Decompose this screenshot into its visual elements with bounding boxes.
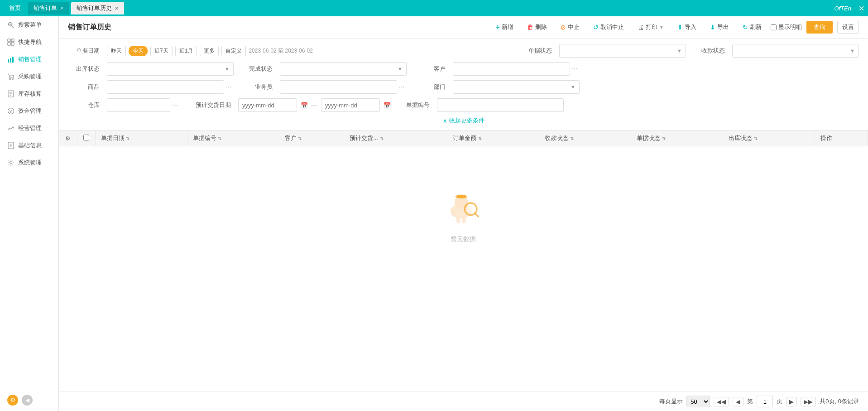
salesman-dots-btn[interactable]: ··· xyxy=(397,83,407,91)
sidebar-item-search-menu[interactable]: 搜索菜单 xyxy=(0,16,58,34)
sort-collection-status-icon[interactable]: ⇅ xyxy=(570,136,574,141)
operations-mgmt-icon xyxy=(7,125,14,132)
tab-sales-order-history-close[interactable]: ✕ xyxy=(115,5,119,11)
tab-sales-order[interactable]: 销售订单 ✕ xyxy=(28,2,69,15)
sort-customer-icon[interactable]: ⇅ xyxy=(298,136,302,141)
cal-end-icon[interactable]: 📅 xyxy=(384,102,391,109)
sort-expected-date-icon[interactable]: ⇅ xyxy=(380,136,384,141)
complete-status-arrow: ▼ xyxy=(398,66,403,72)
import-button[interactable]: ⬆ 导入 xyxy=(673,21,701,34)
table-body: 暂无数据 xyxy=(59,146,868,280)
sidebar-item-inventory-calc-label: 库存核算 xyxy=(18,90,42,98)
sidebar-collapse-icon[interactable]: ◀ xyxy=(22,395,33,406)
sidebar-item-search-menu-label: 搜索菜单 xyxy=(18,21,42,29)
query-button[interactable]: 查询 xyxy=(806,21,833,34)
page-size-label: 每页显示 xyxy=(659,397,683,406)
warehouse-dots-btn[interactable]: ··· xyxy=(170,101,180,109)
sidebar-item-operations-mgmt[interactable]: 经营管理 xyxy=(0,120,58,137)
tab-sales-order-close[interactable]: ✕ xyxy=(60,5,64,11)
sidebar-item-inventory-calc[interactable]: 库存核算 xyxy=(0,85,58,102)
sidebar-item-sales-mgmt[interactable]: 销售管理 xyxy=(0,51,58,68)
next-page-btn[interactable]: ▶ xyxy=(786,397,797,406)
sort-amount-icon[interactable]: ⇅ xyxy=(478,136,482,141)
page-go-label: 第 xyxy=(747,397,753,406)
add-button[interactable]: + 新增 xyxy=(491,21,518,34)
goods-dots-btn[interactable]: ··· xyxy=(224,83,234,91)
svg-rect-6 xyxy=(8,43,10,45)
prev-page-btn[interactable]: ◀ xyxy=(733,397,743,406)
dept-select[interactable]: ▼ xyxy=(453,80,580,94)
delete-button[interactable]: 🗑 删除 xyxy=(523,21,551,34)
first-page-btn[interactable]: ◀◀ xyxy=(714,397,729,406)
date-btn-today[interactable]: 今天 xyxy=(129,46,148,56)
sidebar-settings-icon[interactable]: ⚙ xyxy=(7,395,18,406)
bill-status-select[interactable]: ▼ xyxy=(559,44,686,58)
svg-point-11 xyxy=(10,78,11,80)
sidebar-item-basic-info-label: 基础信息 xyxy=(18,141,42,150)
system-mgmt-icon xyxy=(7,159,14,166)
settings-button[interactable]: 设置 xyxy=(837,21,859,34)
svg-rect-5 xyxy=(11,39,14,42)
print-label: 打印 xyxy=(646,23,657,31)
settings-icon: ⚙ xyxy=(65,135,71,142)
sidebar-item-quick-nav[interactable]: 快捷导航 xyxy=(0,34,58,51)
sidebar-item-finance-mgmt[interactable]: ¥ 资金管理 xyxy=(0,102,58,120)
sort-date-icon[interactable]: ⇅ xyxy=(126,136,129,141)
window-close-btn[interactable]: ✕ xyxy=(858,4,864,13)
expected-date-end[interactable] xyxy=(321,98,380,112)
sidebar-item-system-mgmt[interactable]: 系统管理 xyxy=(0,154,58,171)
svg-rect-32 xyxy=(462,217,466,223)
top-bar: 首页 销售订单 ✕ 销售订单历史 ✕ OfTEn ✕ xyxy=(0,0,868,16)
sidebar-item-purchase-mgmt[interactable]: 采购管理 xyxy=(0,68,58,85)
delete-icon: 🗑 xyxy=(527,24,533,31)
select-all-checkbox[interactable] xyxy=(83,135,89,140)
expected-date-label: 预计交货日期 xyxy=(196,101,231,109)
cancel-stop-button[interactable]: ↺ 取消中止 xyxy=(589,21,628,34)
sort-number-icon[interactable]: ⇅ xyxy=(218,136,221,141)
collection-status-select[interactable]: ▼ xyxy=(732,44,859,58)
collapse-btn[interactable]: ∧ 收起更多条件 xyxy=(68,116,859,125)
sort-bill-status-icon[interactable]: ⇅ xyxy=(662,136,666,141)
tab-home-label: 首页 xyxy=(9,4,21,12)
sidebar-item-basic-info[interactable]: 基础信息 xyxy=(0,137,58,154)
refresh-button[interactable]: ↻ 刷新 xyxy=(738,21,766,34)
inventory-calc-icon xyxy=(7,90,14,97)
svg-point-23 xyxy=(10,162,12,164)
print-icon: 🖨 xyxy=(638,24,644,31)
page-input[interactable] xyxy=(757,396,773,407)
print-button[interactable]: 🖨 打印 ▼ xyxy=(633,21,668,34)
often-text: OfTEn xyxy=(834,5,851,12)
th-checkbox[interactable] xyxy=(77,131,95,146)
svg-line-30 xyxy=(475,213,479,217)
stop-button[interactable]: ⊘ 中止 xyxy=(556,21,584,34)
dept-arrow: ▼ xyxy=(571,84,575,90)
svg-rect-9 xyxy=(10,58,11,63)
date-btn-last7[interactable]: 近7天 xyxy=(150,46,173,56)
cal-start-icon[interactable]: 📅 xyxy=(301,102,308,109)
date-btn-custom[interactable]: 自定义 xyxy=(221,46,246,56)
show-detail-checkbox[interactable] xyxy=(771,24,777,30)
tab-sales-order-label: 销售订单 xyxy=(34,4,57,12)
export-button[interactable]: ⬇ 导出 xyxy=(705,21,734,34)
customer-dots-btn[interactable]: ··· xyxy=(570,65,580,73)
th-settings[interactable]: ⚙ xyxy=(59,131,77,146)
show-detail-checkbox-label[interactable]: 显示明细 xyxy=(771,23,802,31)
tab-home[interactable]: 首页 xyxy=(4,2,26,15)
tab-sales-order-history[interactable]: 销售订单历史 ✕ xyxy=(71,2,124,15)
chevron-up-icon: ∧ xyxy=(443,117,447,124)
last-page-btn[interactable]: ▶▶ xyxy=(801,397,816,406)
sort-out-status-icon[interactable]: ⇅ xyxy=(754,136,758,141)
svg-rect-7 xyxy=(11,43,14,45)
date-btn-more[interactable]: 更多 xyxy=(200,46,219,56)
date-btn-last1month[interactable]: 近1月 xyxy=(175,46,197,56)
bill-number-input[interactable] xyxy=(437,98,564,112)
top-bar-right: OfTEn ✕ xyxy=(834,4,864,13)
th-expected-date: 预计交货... ⇅ xyxy=(344,131,447,146)
empty-text: 暂无数据 xyxy=(451,235,476,243)
date-btn-yesterday[interactable]: 昨天 xyxy=(107,46,126,56)
complete-status-select[interactable]: ▼ xyxy=(280,62,407,76)
out-status-select[interactable]: ▼ xyxy=(107,62,234,76)
expected-date-start[interactable] xyxy=(238,98,297,112)
goods-label: 商品 xyxy=(68,83,100,91)
page-size-select[interactable]: 50 10 20 100 xyxy=(686,396,710,407)
